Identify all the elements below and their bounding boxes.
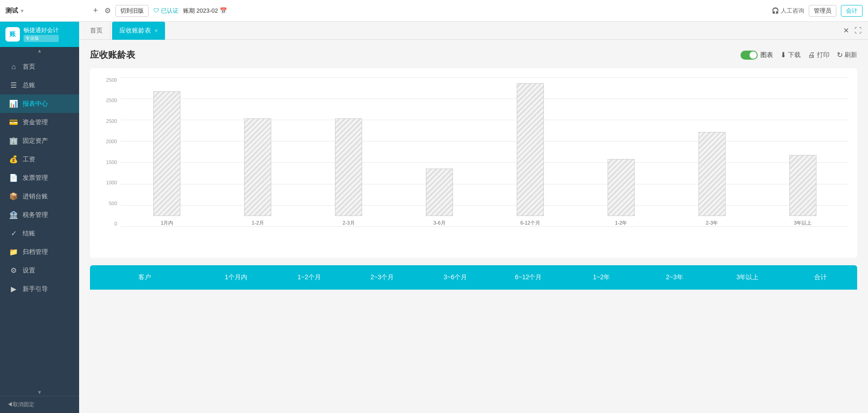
sidebar-item-tax[interactable]: 🏦 税务管理 bbox=[0, 206, 79, 224]
chart-toggle-label: 图表 bbox=[760, 51, 773, 59]
page-content: 应收账龄表 图表 ⬇ 下载 🖨 打印 ↻ bbox=[79, 40, 868, 413]
bar-group-1-2year: 1-2年 bbox=[576, 159, 666, 226]
archive-icon: 📁 bbox=[9, 248, 18, 256]
print-button[interactable]: 🖨 打印 bbox=[808, 51, 830, 59]
window-close-icon[interactable]: ✕ bbox=[840, 26, 852, 35]
table-header-3plusyear: 3年以上 bbox=[711, 265, 784, 290]
table-header-2-3month: 2~3个月 bbox=[346, 265, 419, 290]
bar-group-2-3month: 2-3月 bbox=[303, 118, 394, 226]
salary-icon: 💰 bbox=[9, 155, 18, 164]
ledger-icon: ☰ bbox=[9, 81, 18, 89]
table-header-customer: 客户 bbox=[90, 265, 199, 290]
table-header-total: 合计 bbox=[784, 265, 857, 290]
chart-toggle[interactable] bbox=[741, 51, 758, 60]
tab-receivables-aging-label: 应收账龄表 bbox=[119, 27, 151, 35]
company-name: 测试 bbox=[5, 7, 18, 15]
funds-icon: 💳 bbox=[9, 118, 18, 127]
sidebar-item-settings[interactable]: ⚙ 设置 bbox=[0, 261, 79, 280]
tab-receivables-aging[interactable]: 应收账龄表 × bbox=[112, 22, 165, 40]
sidebar-item-archive[interactable]: 📁 归档管理 bbox=[0, 243, 79, 261]
bar-group-6-12month: 6-12个月 bbox=[485, 83, 576, 226]
bar-label-2-3month: 2-3月 bbox=[343, 220, 355, 226]
assets-icon: 🏢 bbox=[9, 136, 18, 145]
settings-icon-btn[interactable]: ⚙ bbox=[104, 6, 111, 15]
refresh-button[interactable]: ↻ 刷新 bbox=[837, 51, 857, 59]
sidebar-item-archive-label: 归档管理 bbox=[23, 248, 48, 256]
table-header-1month: 1个月内 bbox=[199, 265, 273, 290]
download-button[interactable]: ⬇ 下载 bbox=[780, 51, 801, 59]
bar-group-3plusyear: 3年以上 bbox=[757, 155, 848, 226]
certified-badge: 🛡 已认证 bbox=[153, 7, 179, 15]
company-dropdown-icon[interactable]: ▾ bbox=[21, 8, 24, 14]
sidebar-pin-button[interactable]: ◀取消固定 bbox=[0, 396, 79, 413]
sidebar-item-invoice[interactable]: 📄 发票管理 bbox=[0, 169, 79, 187]
table-header-3-6month: 3~6个月 bbox=[419, 265, 492, 290]
sidebar-scroll-down[interactable]: ▼ bbox=[0, 389, 79, 396]
tax-icon: 🏦 bbox=[9, 211, 18, 219]
chart-y-axis: 2500 2500 2500 2000 1500 1000 500 0 bbox=[99, 77, 121, 226]
table-header-1-2year: 1~2年 bbox=[565, 265, 638, 290]
chart-container: 2500 2500 2500 2000 1500 1000 500 0 bbox=[90, 68, 857, 258]
sidebar-item-funds[interactable]: 💳 资金管理 bbox=[0, 113, 79, 131]
sidebar-item-salary[interactable]: 💰 工资 bbox=[0, 150, 79, 169]
sidebar-item-funds-label: 资金管理 bbox=[23, 118, 48, 127]
add-button[interactable]: + bbox=[91, 6, 100, 15]
table-header-1-2month: 1~2个月 bbox=[273, 265, 346, 290]
bar-3-6month bbox=[426, 169, 453, 216]
calendar-icon[interactable]: 📅 bbox=[220, 7, 227, 14]
sidebar-item-invoice-label: 发票管理 bbox=[23, 174, 48, 182]
sidebar-item-close-label: 结账 bbox=[23, 230, 35, 238]
bar-2-3year bbox=[698, 132, 726, 216]
sidebar-item-sales-label: 进销台账 bbox=[23, 192, 48, 201]
sidebar: 账 畅捷通好会计 专业版 ▲ ⌂ 首页 ☰ 总账 📊 报表中心 💳 资金管理 bbox=[0, 22, 79, 413]
headset-icon: 🎧 bbox=[772, 7, 779, 14]
invoice-icon: 📄 bbox=[9, 174, 18, 182]
tab-bar: 首页 应收账龄表 × ✕ ⛶ bbox=[79, 22, 868, 40]
bar-group-3-6month: 3-6月 bbox=[394, 169, 485, 226]
tab-close-icon[interactable]: × bbox=[155, 28, 158, 34]
company-selector[interactable]: 测试 ▾ bbox=[5, 7, 87, 15]
period-display: 账期 2023-02 📅 bbox=[183, 7, 227, 15]
sidebar-item-settings-label: 设置 bbox=[23, 267, 35, 275]
sidebar-item-assets[interactable]: 🏢 固定资产 bbox=[0, 131, 79, 150]
bar-group-1-2month: 1-2月 bbox=[212, 118, 303, 226]
role-button[interactable]: 会计 bbox=[841, 5, 863, 17]
user-button[interactable]: 管理员 bbox=[809, 5, 836, 17]
refresh-icon: ↻ bbox=[837, 51, 843, 59]
page-actions: 图表 ⬇ 下载 🖨 打印 ↻ 刷新 bbox=[741, 51, 857, 60]
sidebar-item-ledger-label: 总账 bbox=[23, 81, 35, 89]
chart-area: 2500 2500 2500 2000 1500 1000 500 0 bbox=[99, 77, 848, 240]
y-label-0: 0 bbox=[114, 221, 117, 226]
bar-label-2-3year: 2-3年 bbox=[706, 220, 718, 226]
main-area: 首页 应收账龄表 × ✕ ⛶ 应收账龄表 图表 ⬇ bbox=[79, 22, 868, 413]
sidebar-item-tax-label: 税务管理 bbox=[23, 211, 48, 219]
sidebar-item-sales[interactable]: 📦 进销台账 bbox=[0, 187, 79, 206]
sidebar-item-close[interactable]: ✓ 结账 bbox=[0, 224, 79, 243]
y-label-2000: 2000 bbox=[106, 139, 117, 144]
consult-button[interactable]: 🎧 人工咨询 bbox=[772, 7, 804, 15]
old-version-button[interactable]: 切到旧版 bbox=[115, 5, 149, 17]
logo-badge: 专业版 bbox=[24, 35, 59, 42]
bar-6-12month bbox=[517, 83, 544, 216]
window-expand-icon[interactable]: ⛶ bbox=[852, 27, 864, 35]
bar-1-2month bbox=[244, 118, 271, 216]
sidebar-item-home[interactable]: ⌂ 首页 bbox=[0, 58, 79, 76]
sidebar-item-guide[interactable]: ▶ 新手引导 bbox=[0, 280, 79, 298]
print-icon: 🖨 bbox=[808, 51, 815, 59]
bar-label-6-12month: 6-12个月 bbox=[520, 220, 540, 226]
y-label-2500b: 2500 bbox=[106, 98, 117, 103]
bar-1month bbox=[153, 91, 180, 216]
topbar: 测试 ▾ + ⚙ 切到旧版 🛡 已认证 账期 2023-02 📅 🎧 人工咨询 … bbox=[0, 0, 868, 22]
bar-label-3-6month: 3-6月 bbox=[434, 220, 446, 226]
gear-icon: ⚙ bbox=[104, 7, 111, 14]
sidebar-item-reports[interactable]: 📊 报表中心 bbox=[0, 94, 79, 113]
bar-1-2year bbox=[608, 159, 635, 216]
tab-home[interactable]: 首页 bbox=[83, 22, 110, 40]
sidebar-nav: ⌂ 首页 ☰ 总账 📊 报表中心 💳 资金管理 🏢 固定资产 💰 工资 bbox=[0, 54, 79, 389]
bar-label-1month: 1月内 bbox=[160, 220, 173, 226]
y-label-1000: 1000 bbox=[106, 180, 117, 185]
sidebar-item-ledger[interactable]: ☰ 总账 bbox=[0, 76, 79, 94]
sidebar-item-salary-label: 工资 bbox=[23, 155, 35, 164]
sidebar-scroll-up[interactable]: ▲ bbox=[0, 47, 79, 54]
bar-2-3month bbox=[335, 118, 362, 216]
